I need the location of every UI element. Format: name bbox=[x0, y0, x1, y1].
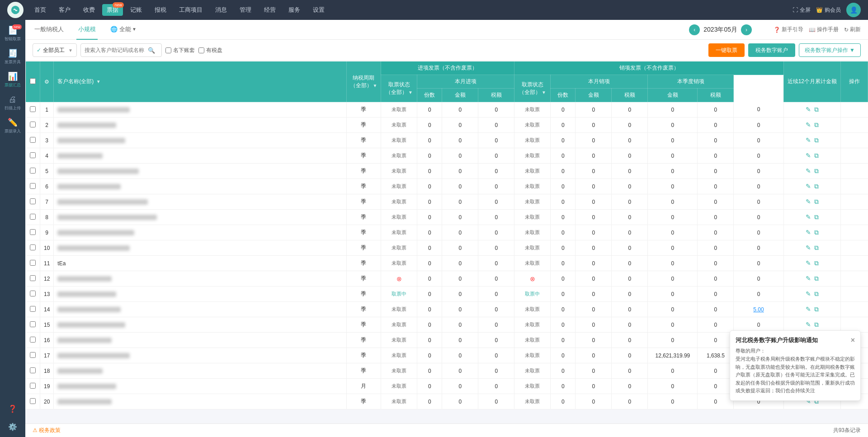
tax-disk-checkbox[interactable] bbox=[198, 47, 204, 53]
in-count: 0 bbox=[417, 117, 442, 133]
copy-btn[interactable]: ⧉ bbox=[813, 166, 820, 176]
nav-item-services[interactable]: 服务 bbox=[283, 3, 306, 17]
row-checkbox[interactable] bbox=[30, 214, 36, 220]
row-checkbox[interactable] bbox=[30, 321, 36, 327]
row-checkbox[interactable] bbox=[30, 106, 36, 112]
client-name-text: tEa bbox=[57, 260, 66, 267]
copy-btn[interactable]: ⧉ bbox=[813, 320, 820, 329]
q-tax: 0 bbox=[698, 240, 734, 256]
row-checkbox[interactable] bbox=[30, 152, 36, 158]
nav-item-invoice[interactable]: 票据 new bbox=[102, 4, 123, 16]
row-checkbox[interactable] bbox=[30, 260, 36, 266]
tab-small-scale[interactable]: 小规模 bbox=[76, 20, 98, 40]
row-checkbox[interactable] bbox=[30, 352, 36, 358]
edit-btn[interactable]: ✎ bbox=[805, 212, 812, 221]
client-name-blurred bbox=[57, 353, 130, 358]
tab-all-capable[interactable]: 🌐 全能 ▼ bbox=[108, 20, 138, 40]
ledger-checkbox[interactable] bbox=[165, 47, 171, 53]
edit-btn[interactable]: ✎ bbox=[805, 228, 812, 237]
ledger-checkbox-label[interactable]: 名下账套 bbox=[165, 47, 195, 54]
copy-btn[interactable]: ⧉ bbox=[813, 305, 820, 314]
edit-btn[interactable]: ✎ bbox=[805, 182, 812, 191]
row-checkbox[interactable] bbox=[30, 291, 36, 296]
out-tax: 0 bbox=[612, 240, 648, 256]
row-checkbox[interactable] bbox=[30, 337, 36, 343]
nav-item-settings[interactable]: 设置 bbox=[307, 3, 330, 17]
tax-digital-account-ops-btn[interactable]: 税务数字账户操作 ▼ bbox=[799, 43, 861, 57]
settings-column-icon[interactable]: ⚙ bbox=[44, 79, 49, 85]
manual-btn[interactable]: 📖 操作手册 bbox=[809, 26, 839, 33]
one-key-ticket-btn[interactable]: 一键取票 bbox=[708, 43, 745, 57]
sidebar-item-scan-upload[interactable]: 🖨 扫描上传 bbox=[2, 93, 24, 114]
copy-btn[interactable]: ⧉ bbox=[813, 274, 820, 283]
date-next-btn[interactable]: › bbox=[741, 24, 752, 35]
nav-item-home[interactable]: 首页 bbox=[29, 3, 52, 17]
edit-btn[interactable]: ✎ bbox=[805, 105, 812, 114]
search-input[interactable] bbox=[85, 47, 148, 53]
edit-btn[interactable]: ✎ bbox=[805, 289, 812, 298]
tax-policy-link[interactable]: ⚠ 税务政策 bbox=[33, 427, 61, 434]
nav-item-accounting[interactable]: 记账 bbox=[125, 3, 147, 17]
fullscreen-btn[interactable]: ⛶ 全屏 bbox=[793, 6, 811, 14]
row-checkbox[interactable] bbox=[30, 168, 36, 174]
row-checkbox[interactable] bbox=[30, 198, 36, 204]
row-checkbox[interactable] bbox=[30, 275, 36, 281]
edit-btn[interactable]: ✎ bbox=[805, 166, 812, 175]
nav-item-messages[interactable]: 消息 bbox=[210, 3, 232, 17]
nav-item-business[interactable]: 工商项目 bbox=[174, 3, 208, 17]
member-btn[interactable]: 👑 购会员 bbox=[816, 6, 841, 14]
sidebar-item-settings[interactable]: ⚙️ bbox=[2, 421, 24, 433]
copy-btn[interactable]: ⧉ bbox=[813, 212, 820, 222]
tab-general-taxpayer[interactable]: 一般纳税人 bbox=[33, 20, 66, 40]
copy-btn[interactable]: ⧉ bbox=[813, 197, 820, 207]
nav-item-tax[interactable]: 报税 bbox=[149, 3, 172, 17]
nav-item-operations[interactable]: 经营 bbox=[259, 3, 281, 17]
row-checkbox[interactable] bbox=[30, 383, 36, 389]
edit-btn[interactable]: ✎ bbox=[805, 258, 812, 268]
notification-close-btn[interactable]: × bbox=[851, 336, 855, 344]
row-checkbox[interactable] bbox=[30, 367, 36, 373]
search-icon[interactable]: 🔍 bbox=[148, 47, 155, 54]
row-checkbox[interactable] bbox=[30, 244, 36, 250]
copy-btn[interactable]: ⧉ bbox=[813, 243, 820, 253]
refresh-btn[interactable]: ↻ 刷新 bbox=[844, 26, 861, 33]
row-checkbox[interactable] bbox=[30, 229, 36, 235]
copy-btn[interactable]: ⧉ bbox=[813, 182, 820, 191]
avatar[interactable]: 👤 bbox=[846, 3, 861, 17]
row-checkbox[interactable] bbox=[30, 183, 36, 189]
copy-btn[interactable]: ⧉ bbox=[813, 228, 820, 237]
edit-btn[interactable]: ✎ bbox=[805, 136, 812, 145]
sidebar-item-help[interactable]: ❓ bbox=[2, 403, 24, 415]
copy-btn[interactable]: ⧉ bbox=[813, 289, 820, 299]
edit-btn[interactable]: ✎ bbox=[805, 120, 812, 129]
copy-btn[interactable]: ⧉ bbox=[813, 151, 820, 160]
row-checkbox[interactable] bbox=[30, 398, 36, 404]
edit-btn[interactable]: ✎ bbox=[805, 151, 812, 160]
employee-select[interactable]: ✓ 全部员工 ▼ bbox=[33, 43, 77, 57]
annual-amount-link[interactable]: 5.00 bbox=[753, 306, 764, 313]
edit-btn[interactable]: ✎ bbox=[805, 320, 812, 329]
tax-digital-account-btn[interactable]: 税务数字账户 bbox=[748, 43, 795, 57]
select-all-checkbox[interactable] bbox=[30, 78, 36, 84]
row-checkbox[interactable] bbox=[30, 306, 36, 312]
edit-btn[interactable]: ✎ bbox=[805, 243, 812, 252]
sidebar-item-ticket-entry[interactable]: ✏️ 票据录入 bbox=[2, 116, 24, 137]
sidebar-item-smart-ticket[interactable]: 📄 new 智能取票 bbox=[2, 23, 24, 45]
copy-btn[interactable]: ⧉ bbox=[813, 120, 820, 130]
copy-btn[interactable]: ⧉ bbox=[813, 105, 820, 114]
copy-btn[interactable]: ⧉ bbox=[813, 258, 820, 268]
row-checkbox[interactable] bbox=[30, 122, 36, 127]
copy-btn[interactable]: ⧉ bbox=[813, 136, 820, 145]
sidebar-item-invoice-open[interactable]: 🧾 发票开具 bbox=[2, 47, 24, 68]
edit-btn[interactable]: ✎ bbox=[805, 274, 812, 283]
new-guide-btn[interactable]: ❓ 新手引导 bbox=[774, 26, 803, 33]
nav-item-fees[interactable]: 收费 bbox=[78, 3, 100, 17]
sidebar-item-ticket-summary[interactable]: 📊 票据汇总 bbox=[2, 70, 24, 91]
row-checkbox[interactable] bbox=[30, 137, 36, 143]
edit-btn[interactable]: ✎ bbox=[805, 197, 812, 206]
edit-btn[interactable]: ✎ bbox=[805, 305, 812, 314]
tax-disk-checkbox-label[interactable]: 有税盘 bbox=[198, 47, 222, 54]
nav-item-management[interactable]: 管理 bbox=[234, 3, 257, 17]
date-prev-btn[interactable]: ‹ bbox=[689, 24, 700, 35]
nav-item-clients[interactable]: 客户 bbox=[53, 3, 76, 17]
